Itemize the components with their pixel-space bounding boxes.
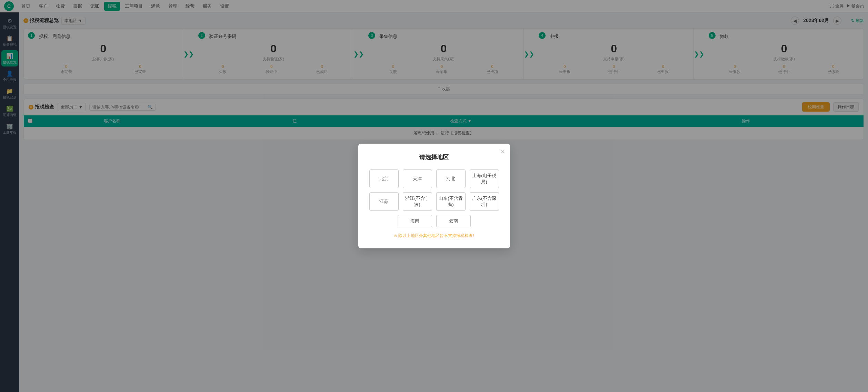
region-btn-row2-0[interactable]: 江苏 [369,192,399,211]
modal-close-btn[interactable]: × [501,148,505,156]
region-btn-row3-1[interactable]: 云南 [436,215,471,227]
modal-overlay[interactable]: × 请选择地区 北京天津河北上海(电子税局) 江苏浙江(不含宁波)山东(不含青岛… [0,0,868,392]
region-btn-row1-1[interactable]: 天津 [403,169,432,188]
region-btn-row2-2[interactable]: 山东(不含青岛) [436,192,466,211]
modal-row3: 海南云南 [369,215,499,227]
region-btn-row1-0[interactable]: 北京 [369,169,399,188]
modal-title: 请选择地区 [369,153,499,161]
region-btn-row3-0[interactable]: 海南 [398,215,432,227]
modal-warning: ⊙ 除以上地区外其他地区暂不支持报税检查! [369,233,499,239]
modal-row2: 江苏浙江(不含宁波)山东(不含青岛)广东(不含深圳) [369,192,499,211]
region-btn-row2-1[interactable]: 浙江(不含宁波) [403,192,432,211]
region-btn-row2-3[interactable]: 广东(不含深圳) [470,192,499,211]
modal-row1: 北京天津河北上海(电子税局) [369,169,499,188]
region-btn-row1-2[interactable]: 河北 [436,169,466,188]
region-btn-row1-3[interactable]: 上海(电子税局) [470,169,499,188]
region-select-modal: × 请选择地区 北京天津河北上海(电子税局) 江苏浙江(不含宁波)山东(不含青岛… [358,144,510,248]
